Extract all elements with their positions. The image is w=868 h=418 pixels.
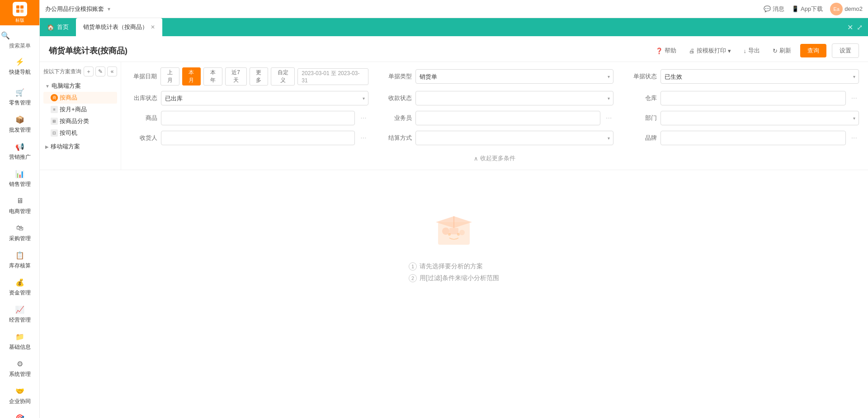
dept-label: 部门 — [621, 114, 657, 122]
tree-item-by-goods[interactable]: 商 按商品 — [43, 92, 117, 104]
print-dropdown-arrow[interactable]: ▾ — [728, 48, 731, 54]
goods-more-button[interactable]: ··· — [359, 114, 368, 122]
warehouse-label: 仓库 — [621, 94, 657, 102]
sidebar-item-finance[interactable]: 💰 资金管理 — [0, 273, 40, 300]
svg-rect-7 — [449, 228, 458, 234]
user-menu[interactable]: Ea demo2 — [830, 3, 863, 15]
settlement-select[interactable] — [415, 131, 614, 145]
tab-close-button[interactable]: ✕ — [151, 24, 155, 30]
filter-sidebar-actions: ＋ ✎ « — [84, 66, 117, 76]
svg-rect-2 — [16, 10, 19, 13]
payment-status-select[interactable] — [415, 91, 614, 105]
tab-sales-stats[interactable]: 销货单统计表（按商品） ✕ — [76, 18, 162, 36]
tab-home[interactable]: 🏠 首页 — [40, 18, 76, 36]
tree-item-driver[interactable]: ⊡ 按司机 — [43, 127, 117, 139]
tabbar-controls: ✕ ⤢ — [847, 23, 868, 32]
add-scheme-button[interactable]: ＋ — [84, 66, 94, 76]
tree-item-goods-category[interactable]: ⊞ 按商品分类 — [43, 115, 117, 127]
settings-button[interactable]: 设置 — [832, 43, 859, 58]
date-btn-7days[interactable]: 近7天 — [225, 67, 247, 86]
doc-type-select-wrap: 销货单 ▾ — [415, 69, 614, 84]
query-button[interactable]: 查询 — [800, 44, 826, 57]
collapse-sidebar-button[interactable]: « — [107, 66, 117, 76]
sidebar-item-system[interactable]: ⚙ 系统管理 — [0, 355, 40, 382]
export-button[interactable]: ↓ 导出 — [740, 45, 764, 57]
messages-icon: 💬 — [764, 5, 771, 12]
brand-input[interactable] — [660, 131, 845, 145]
topbar-title: 办公用品行业模拟账套 — [45, 5, 104, 13]
sidebar-item-retail[interactable]: 🛒 零售管理 — [0, 83, 40, 110]
tab-close-all-button[interactable]: ✕ — [847, 23, 853, 32]
warehouse-status-select[interactable]: 已出库 — [161, 91, 368, 105]
tab-expand-button[interactable]: ⤢ — [857, 23, 863, 32]
template-print-button[interactable]: 🖨 按模板打印 ▾ — [685, 45, 735, 57]
date-btn-more[interactable]: 更多 — [250, 67, 268, 86]
messages-button[interactable]: 💬 消息 — [764, 5, 784, 13]
filter-row-3: 商品 ··· 业务员 ··· 部门 — [130, 111, 859, 125]
svg-rect-0 — [16, 5, 19, 9]
collapse-button[interactable]: ∧ 收起更多条件 — [474, 154, 515, 162]
filter-sidebar-title: 按以下方案查询 — [43, 68, 81, 76]
empty-tip-2: 2 用[过滤]条件来缩小分析范围 — [409, 272, 499, 284]
topbar-dropdown-arrow[interactable]: ▾ — [108, 6, 110, 12]
tree-item-month-goods[interactable]: ≡ 按月+商品 — [43, 104, 117, 115]
sidebar-item-wholesale[interactable]: 📦 批发管理 — [0, 110, 40, 138]
print-icon: 🖨 — [689, 48, 695, 54]
help-button[interactable]: ❓ 帮助 — [652, 45, 680, 57]
recipient-more-button[interactable]: ··· — [359, 134, 368, 142]
content-area: 销货单统计表(按商品) ❓ 帮助 🖨 按模板打印 ▾ ↓ 导出 — [40, 36, 868, 418]
edit-scheme-button[interactable]: ✎ — [95, 66, 105, 76]
filter-field-warehouse-status: 出库状态 已出库 ▾ — [130, 91, 368, 105]
sidebar-item-basic-info[interactable]: 📁 基础信息 — [0, 328, 40, 355]
sidebar-item-purchase[interactable]: 🛍 采购管理 — [0, 219, 40, 246]
tree-group-mobile[interactable]: ▶ 移动端方案 — [43, 141, 117, 152]
recipient-input[interactable] — [161, 131, 355, 145]
empty-tip-1: 1 请先选择要分析的方案 — [409, 261, 499, 272]
date-btn-this-year[interactable]: 本年 — [203, 67, 222, 86]
svg-rect-1 — [20, 5, 24, 9]
date-btn-this-month[interactable]: 本月 — [182, 67, 201, 86]
dept-select-wrap: ▾ — [660, 111, 859, 125]
sidebar-item-inventory[interactable]: 📋 库存核算 — [0, 246, 40, 273]
warehouse-more-button[interactable]: ··· — [849, 94, 859, 102]
sidebar-item-ecommerce[interactable]: 🖥 电商管理 — [0, 192, 40, 219]
date-button-group: 上月 本月 本年 近7天 更多 自定义 2023-03-01 至 2023-03… — [160, 67, 368, 86]
salesperson-input[interactable] — [415, 111, 600, 125]
main-area: 办公用品行业模拟账套 ▾ 💬 消息 📱 App下载 Ea demo2 🏠 首页 — [40, 0, 868, 418]
sidebar-item-search[interactable]: 🔍 搜索菜单 — [0, 25, 39, 52]
sidebar-item-quick-nav[interactable]: ⚡ 快捷导航 — [0, 52, 40, 80]
dept-select[interactable] — [660, 111, 859, 125]
sidebar-item-sales-mgmt[interactable]: 📊 销售管理 — [0, 165, 40, 192]
app-download-button[interactable]: 📱 App下载 — [792, 5, 823, 13]
date-btn-custom[interactable]: 自定义 — [271, 67, 295, 86]
date-btn-last-month[interactable]: 上月 — [160, 67, 179, 86]
salesperson-more-button[interactable]: ··· — [604, 114, 613, 122]
filter-field-warehouse: 仓库 ··· — [621, 91, 859, 105]
tip-num-1: 1 — [409, 262, 417, 271]
sidebar-item-guide[interactable]: 🎯 新手引导 — [0, 409, 40, 418]
payment-status-select-wrap: ▾ — [415, 91, 614, 105]
doc-type-select[interactable]: 销货单 — [415, 69, 614, 84]
warehouse-input[interactable] — [660, 91, 845, 105]
payment-status-label: 收款状态 — [376, 94, 412, 102]
driver-icon: ⊡ — [51, 129, 58, 137]
tree-group-pc[interactable]: ▼ 电脑端方案 — [43, 80, 117, 92]
avatar: Ea — [830, 3, 843, 15]
month-goods-icon: ≡ — [51, 106, 58, 113]
tree-arrow-icon: ▼ — [45, 84, 50, 89]
empty-state: 1 请先选择要分析的方案 2 用[过滤]条件来缩小分析范围 — [40, 170, 868, 311]
search-icon: 🔍 — [0, 30, 11, 41]
active-scheme-icon: 商 — [51, 94, 58, 101]
sidebar-item-operations[interactable]: 📈 经营管理 — [0, 300, 40, 328]
doc-status-select[interactable]: 已生效 — [660, 69, 859, 84]
ecommerce-icon: 🖥 — [14, 195, 25, 206]
filter-row-1: 单据日期 上月 本月 本年 近7天 更多 自定义 2023-03-01 至 20… — [130, 67, 859, 86]
refresh-button[interactable]: ↻ 刷新 — [769, 45, 795, 57]
sidebar-item-enterprise[interactable]: 🤝 企业协同 — [0, 382, 40, 409]
topbar: 办公用品行业模拟账套 ▾ 💬 消息 📱 App下载 Ea demo2 — [40, 0, 868, 18]
svg-point-9 — [457, 233, 460, 236]
filter-field-brand: 品牌 ··· — [621, 131, 859, 145]
goods-input[interactable] — [161, 111, 355, 125]
sidebar-item-marketing[interactable]: 📢 营销推广 — [0, 138, 40, 165]
brand-more-button[interactable]: ··· — [849, 134, 859, 142]
